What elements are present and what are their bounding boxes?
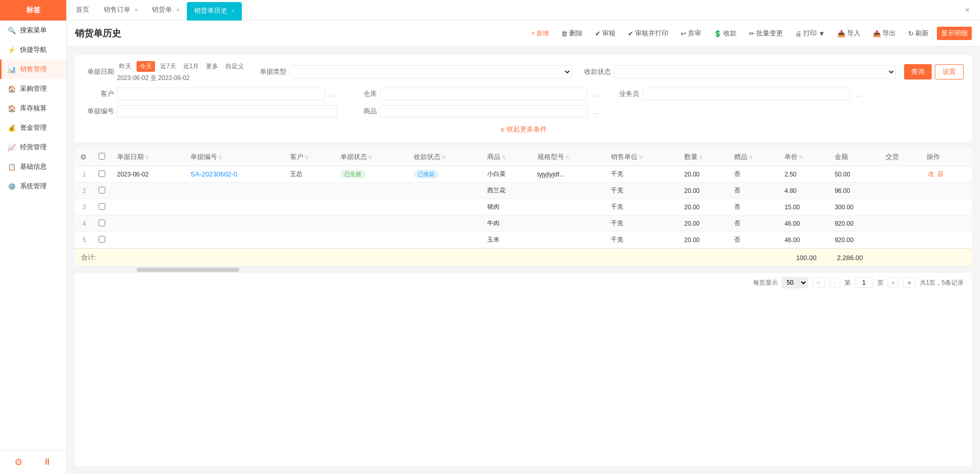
employee-dots[interactable]: ... (853, 90, 863, 98)
horizontal-scrollbar[interactable] (137, 268, 239, 272)
date-tab-more[interactable]: 更多 (204, 61, 220, 72)
th-price[interactable]: 单价⇅ (779, 148, 830, 166)
sidebar-item-purchase[interactable]: 🏠 采购管理 (0, 79, 66, 98)
last-page-button[interactable]: » (903, 278, 916, 288)
cell-checkbox-4[interactable] (93, 232, 112, 248)
sidebar-item-system[interactable]: ⚙️ 系统管理 (0, 176, 66, 196)
doc-no-input[interactable] (117, 105, 338, 117)
row-checkbox-3[interactable] (99, 220, 105, 226)
customer-dots[interactable]: ... (328, 90, 338, 98)
cell-collectstatus-0: 已收款 (409, 166, 482, 183)
prev-page-button[interactable]: ‹ (829, 278, 840, 288)
cell-orderno-3[interactable] (185, 215, 285, 232)
window-close-icon[interactable]: × (961, 6, 974, 15)
show-details-button[interactable]: 显示明细 (937, 27, 972, 40)
sidebar-item-basics[interactable]: 📋 基础信息 (0, 157, 66, 176)
th-date[interactable]: 单据日期⇅ (112, 148, 185, 166)
sidebar-item-finance[interactable]: 💰 资金管理 (0, 118, 66, 137)
collapse-button[interactable]: ∧ 收起更多条件 (498, 123, 549, 136)
tab-sales-history-close[interactable]: × (232, 8, 235, 14)
sidebar-item-inventory[interactable]: 🏠 库存核算 (0, 98, 66, 118)
cell-orderno-4[interactable] (185, 232, 285, 248)
tab-home[interactable]: 首页 (69, 0, 97, 21)
date-tab-today[interactable]: 今天 (137, 61, 155, 72)
action-btn-0-0[interactable]: 改 (927, 170, 936, 179)
per-page-select[interactable]: 50 20 100 (782, 277, 808, 288)
th-settings[interactable]: ⚙ (75, 148, 93, 166)
employee-input[interactable] (642, 88, 850, 100)
th-goods[interactable]: 商品⇅ (482, 148, 532, 166)
goods-input[interactable] (380, 105, 588, 117)
print-button[interactable]: 🖨 打印 ▼ (791, 27, 829, 40)
sidebar-item-search[interactable]: 🔍 搜索菜单 (0, 21, 66, 40)
review-print-button[interactable]: ✔ 审核并打印 (624, 27, 672, 40)
sidebar-item-sales[interactable]: 📊 销售管理 (0, 60, 66, 79)
th-doc-status[interactable]: 单据状态⇅ (335, 148, 409, 166)
customer-input[interactable] (117, 88, 325, 100)
collect-status-select[interactable] (614, 65, 896, 78)
delete-button[interactable]: 🗑 删除 (557, 27, 587, 40)
th-checkbox[interactable] (93, 148, 112, 166)
cell-checkbox-3[interactable] (93, 215, 112, 232)
action-btn-0-1[interactable]: 器 (936, 170, 945, 179)
add-button[interactable]: + 新增 (527, 27, 553, 40)
abandon-button[interactable]: ↩ 弃审 (677, 27, 705, 40)
table-settings-icon[interactable]: ⚙ (80, 153, 87, 161)
th-unit[interactable]: 销售单位⇅ (606, 148, 679, 166)
warehouse-input[interactable] (380, 88, 588, 100)
doc-type-select[interactable] (290, 65, 572, 78)
tab-sales-order[interactable]: 销售订单 × (97, 0, 145, 21)
date-tab-1month[interactable]: 近1月 (181, 61, 201, 72)
table-row: 1 2023-06-02 SA-20230602-0 王总 已生效 已收款 小白… (75, 166, 972, 183)
settings-button[interactable]: 设置 (935, 64, 964, 80)
page-number-input[interactable] (855, 278, 873, 288)
sidebar-pause-icon[interactable]: ⏸ (43, 457, 52, 468)
review-button[interactable]: ✔ 审核 (591, 27, 620, 40)
cell-num-0: 1 (75, 166, 93, 183)
sidebar-item-quicknav[interactable]: ⚡ 快捷导航 (0, 40, 66, 60)
first-page-button[interactable]: « (812, 278, 825, 288)
refresh-button[interactable]: ↻ 刷新 (904, 27, 933, 40)
th-delivery[interactable]: 交货 (880, 148, 921, 166)
cell-checkbox-2[interactable] (93, 199, 112, 215)
scrollbar-area[interactable] (75, 266, 972, 272)
cell-orderno-2[interactable] (185, 199, 285, 215)
import-button[interactable]: 📥 导入 (833, 27, 864, 40)
cell-orderno-1[interactable] (185, 183, 285, 199)
tab-sales-goods-close[interactable]: × (176, 7, 179, 13)
batch-change-button[interactable]: ✏ 批量变更 (745, 27, 787, 40)
date-tab-yesterday[interactable]: 昨天 (117, 61, 133, 72)
date-tab-7days[interactable]: 近7天 (158, 61, 178, 72)
cell-orderno-0[interactable]: SA-20230602-0 (185, 166, 285, 183)
order-link-0[interactable]: SA-20230602-0 (190, 170, 237, 178)
th-customer[interactable]: 客户⇅ (285, 148, 335, 166)
cell-checkbox-0[interactable] (93, 166, 112, 183)
th-gift[interactable]: 赠品⇅ (729, 148, 779, 166)
warehouse-dots[interactable]: ... (591, 90, 601, 98)
th-spec[interactable]: 规格型号⇅ (532, 148, 606, 166)
row-checkbox-2[interactable] (99, 203, 105, 210)
tab-sales-goods[interactable]: 销货单 × (145, 0, 186, 21)
goods-dots[interactable]: ... (591, 108, 601, 115)
cell-checkbox-1[interactable] (93, 183, 112, 199)
cell-unit-3: 千克 (606, 215, 679, 232)
sidebar-settings-icon[interactable]: ⚙ (14, 457, 23, 468)
row-checkbox-1[interactable] (99, 187, 105, 193)
tab-sales-order-close[interactable]: × (134, 7, 138, 13)
sidebar-item-operations[interactable]: 📈 经营管理 (0, 137, 66, 157)
query-button[interactable]: 查询 (904, 64, 932, 80)
th-order-no[interactable]: 单据编号⇅ (185, 148, 285, 166)
th-amount[interactable]: 金额 (830, 148, 880, 166)
select-all-checkbox[interactable] (99, 153, 105, 160)
row-checkbox-4[interactable] (99, 236, 105, 243)
tab-sales-history[interactable]: 销货单历史 × (187, 2, 242, 21)
cell-unit-1: 千克 (606, 183, 679, 199)
date-tab-custom[interactable]: 自定义 (223, 61, 246, 72)
next-page-button[interactable]: › (888, 278, 899, 288)
row-checkbox-0[interactable] (99, 170, 105, 177)
cell-amount-0: 50.00 (830, 166, 880, 183)
th-qty[interactable]: 数量⇅ (679, 148, 729, 166)
th-collect-status[interactable]: 收款状态⇅ (409, 148, 482, 166)
export-button[interactable]: 📤 导出 (869, 27, 900, 40)
collect-button[interactable]: 💲 收款 (709, 27, 741, 40)
